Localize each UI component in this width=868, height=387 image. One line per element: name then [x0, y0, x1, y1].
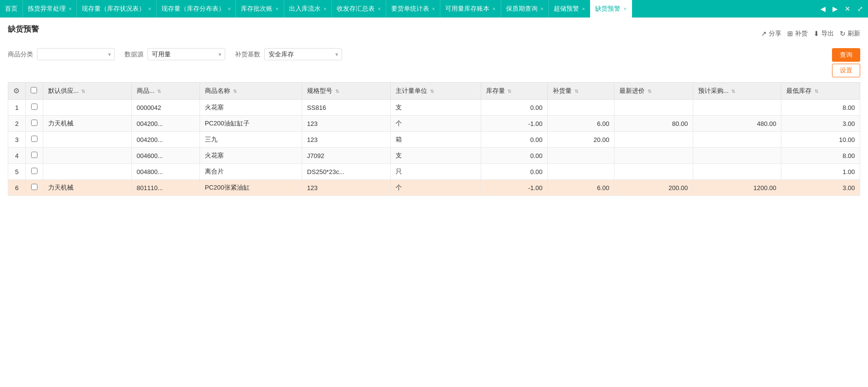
- row-checkbox[interactable]: [31, 168, 37, 174]
- th-est-purchase[interactable]: 预计采购... ⇅: [693, 83, 781, 100]
- row-est-purchase: [693, 100, 781, 116]
- th-checkbox: [26, 83, 43, 100]
- nav-tab-demand-label: 要货单统计表: [391, 4, 429, 13]
- nav-close-button[interactable]: ✕: [842, 3, 853, 14]
- sort-icon: ⇅: [430, 88, 434, 94]
- th-supplier[interactable]: 默认供应... ⇅: [43, 83, 132, 100]
- close-icon[interactable]: ×: [492, 6, 495, 12]
- export-label: 导出: [821, 29, 834, 38]
- row-replenish-qty: [548, 100, 615, 116]
- nav-tab-overstock-label: 超储预警: [554, 4, 579, 13]
- th-min-stock[interactable]: 最低库存 ⇅: [781, 83, 860, 100]
- export-action[interactable]: ⬇ 导出: [814, 29, 834, 38]
- th-replenish-qty[interactable]: 补货量 ⇅: [548, 83, 615, 100]
- row-checkbox[interactable]: [31, 120, 37, 126]
- query-button[interactable]: 查询: [832, 48, 860, 62]
- th-stock-qty[interactable]: 库存量 ⇅: [481, 83, 547, 100]
- page-header: 缺货预警 ↗ 分享 ⊞ 补货 ⬇ 导出 ↻ 刷新: [8, 24, 860, 42]
- nav-tab-flow[interactable]: 出入库流水 ×: [284, 0, 332, 18]
- replenish-select[interactable]: 安全库存 最低库存: [264, 48, 342, 60]
- datasource-filter-label: 数据源: [125, 50, 144, 59]
- th-goods-code[interactable]: 商品... ⇅: [131, 83, 199, 100]
- row-stock-qty: 0.00: [481, 132, 547, 148]
- row-supplier: 力天机械: [43, 116, 132, 132]
- row-checkbox[interactable]: [31, 104, 37, 110]
- close-icon[interactable]: ×: [69, 6, 72, 12]
- row-checkbox[interactable]: [31, 136, 37, 142]
- datasource-select-wrap: 可用量 库存量: [147, 48, 225, 60]
- select-all-checkbox[interactable]: [31, 87, 37, 93]
- row-checkbox[interactable]: [31, 184, 37, 190]
- nav-tab-flow-label: 出入库流水: [289, 4, 321, 13]
- row-supplier: [43, 132, 132, 148]
- table-row: 4 004600... 火花塞 J7092 支 0.00 8.00: [8, 148, 860, 164]
- row-stock-qty: -1.00: [481, 180, 547, 196]
- nav-tab-overstock[interactable]: 超储预警 ×: [549, 0, 590, 18]
- share-label: 分享: [769, 29, 781, 38]
- th-unit-label: 主计量单位: [396, 87, 427, 94]
- nav-tab-expiry[interactable]: 保质期查询 ×: [501, 0, 549, 18]
- nav-next-button[interactable]: ▶: [830, 3, 841, 14]
- row-est-purchase: [693, 132, 781, 148]
- row-est-purchase: [693, 164, 781, 180]
- close-icon[interactable]: ×: [228, 6, 231, 12]
- nav-tab-batch[interactable]: 库存批次账 ×: [236, 0, 284, 18]
- row-est-purchase: 480.00: [693, 116, 781, 132]
- th-goods-name[interactable]: 商品名称 ⇅: [199, 83, 302, 100]
- row-replenish-qty: 20.00: [548, 132, 615, 148]
- row-unit: 支: [391, 100, 481, 116]
- row-spec: 123: [302, 132, 391, 148]
- row-latest-price: 80.00: [615, 116, 693, 132]
- close-icon[interactable]: ×: [148, 6, 151, 12]
- table-row: 6 力天机械 801110... PC200张紧油缸 123 个 -1.00 6…: [8, 180, 860, 196]
- row-goods-name: 离合片: [199, 164, 302, 180]
- row-spec: J7092: [302, 148, 391, 164]
- top-navigation: 首页 拣货异常处理 × 现存量（库存状况表） × 现存量（库存分布表） × 库存…: [0, 0, 868, 18]
- row-latest-price: [615, 132, 693, 148]
- nav-tab-batch-label: 库存批次账: [241, 4, 272, 13]
- close-icon[interactable]: ×: [432, 6, 435, 12]
- settings-button[interactable]: 设置: [832, 64, 860, 77]
- sort-icon: ⇅: [731, 88, 735, 94]
- close-icon[interactable]: ×: [378, 6, 380, 12]
- nav-tab-home[interactable]: 首页: [0, 0, 23, 18]
- refresh-label: 刷新: [848, 29, 860, 38]
- row-min-stock: 3.00: [781, 180, 860, 196]
- table-row: 2 力天机械 004200... PC200油缸缸子 123 个 -1.00 6…: [8, 116, 860, 132]
- row-est-purchase: [693, 148, 781, 164]
- row-latest-price: [615, 148, 693, 164]
- sort-icon: ⇅: [335, 88, 339, 94]
- nav-tab-inventory-dist[interactable]: 现存量（库存分布表） ×: [157, 0, 236, 18]
- row-supplier: [43, 164, 132, 180]
- nav-tab-available[interactable]: 可用量库存账本 ×: [440, 0, 501, 18]
- row-index: 2: [8, 116, 26, 132]
- replenish-action[interactable]: ⊞ 补货: [787, 29, 808, 38]
- th-spec[interactable]: 规格型号 ⇅: [302, 83, 391, 100]
- close-icon[interactable]: ×: [541, 6, 543, 12]
- nav-prev-button[interactable]: ◀: [817, 3, 829, 14]
- th-unit[interactable]: 主计量单位 ⇅: [391, 83, 481, 100]
- th-latest-price[interactable]: 最新进价 ⇅: [615, 83, 693, 100]
- category-select[interactable]: [37, 48, 115, 60]
- nav-expand-button[interactable]: ⤢: [854, 3, 866, 14]
- page-body: 缺货预警 ↗ 分享 ⊞ 补货 ⬇ 导出 ↻ 刷新 商品分类: [0, 18, 868, 387]
- row-checkbox[interactable]: [31, 152, 37, 158]
- nav-tab-demand[interactable]: 要货单统计表 ×: [386, 0, 440, 18]
- close-icon[interactable]: ×: [582, 6, 585, 12]
- nav-tab-shortage[interactable]: 缺货预警 ×: [590, 0, 632, 18]
- datasource-select[interactable]: 可用量 库存量: [147, 48, 225, 60]
- row-checkbox-cell: [26, 100, 43, 116]
- nav-tab-summary[interactable]: 收发存汇总表 ×: [332, 0, 386, 18]
- settings-gear-icon[interactable]: ⚙: [13, 87, 19, 95]
- nav-tab-inventory-status[interactable]: 现存量（库存状况表） ×: [77, 0, 156, 18]
- nav-tab-picking[interactable]: 拣货异常处理 ×: [23, 0, 77, 18]
- share-action[interactable]: ↗ 分享: [761, 29, 781, 38]
- refresh-action[interactable]: ↻ 刷新: [840, 29, 860, 38]
- close-icon[interactable]: ×: [275, 6, 278, 12]
- th-settings[interactable]: ⚙: [8, 83, 26, 100]
- close-icon[interactable]: ×: [324, 6, 326, 12]
- row-replenish-qty: 6.00: [548, 116, 615, 132]
- close-icon[interactable]: ×: [623, 6, 626, 12]
- datasource-filter-group: 数据源 可用量 库存量: [125, 48, 225, 60]
- row-unit: 支: [391, 148, 481, 164]
